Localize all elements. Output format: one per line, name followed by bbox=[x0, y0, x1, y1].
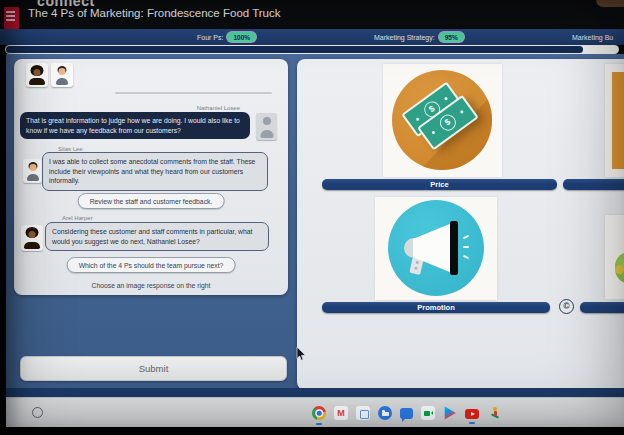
image-credit-icon[interactable] bbox=[559, 299, 574, 314]
progress-badge: 95% bbox=[439, 32, 464, 42]
launcher-button[interactable] bbox=[32, 407, 43, 418]
partial-image bbox=[615, 253, 624, 283]
play-store-icon[interactable] bbox=[443, 406, 457, 420]
misc-app-icon[interactable] bbox=[487, 406, 501, 420]
avatar-face bbox=[29, 231, 36, 238]
avatar-face bbox=[29, 164, 36, 171]
gmail-icon[interactable] bbox=[334, 406, 348, 420]
instruction-text: Choose an image response on the right bbox=[14, 282, 288, 289]
chrome-icon[interactable] bbox=[312, 406, 326, 420]
progress-item-four-ps: Four Ps: 100% bbox=[197, 29, 256, 45]
choice-card-partial-bottom[interactable] bbox=[605, 215, 624, 299]
participant-avatar-silas bbox=[51, 63, 73, 87]
image-choice-panel: Price Promotion bbox=[297, 59, 624, 390]
docs-icon[interactable] bbox=[356, 406, 370, 420]
workspace-bottom-edge bbox=[6, 388, 624, 397]
choice-label-promotion[interactable]: Promotion bbox=[322, 302, 550, 313]
quick-reply-review-feedback[interactable]: Review the staff and customer feedback. bbox=[78, 193, 225, 209]
megaphone-front bbox=[450, 221, 458, 275]
taskbar bbox=[6, 397, 624, 427]
youtube-icon[interactable] bbox=[465, 409, 479, 419]
choice-label-partial-bottom[interactable] bbox=[580, 302, 624, 313]
mcgraw-hill-logo-icon bbox=[4, 7, 19, 29]
chat-app-icon[interactable] bbox=[400, 408, 413, 419]
progress-item-marketing-strategy: Marketing Strategy: 95% bbox=[374, 29, 464, 45]
choice-card-promotion[interactable] bbox=[375, 197, 497, 300]
desk-edge bbox=[596, 0, 624, 7]
chat-panel: Nathaniel Losee That is great informatio… bbox=[14, 59, 288, 295]
progress-header: Four Ps: 100% Marketing Strategy: 95% Ma… bbox=[0, 29, 624, 45]
quick-reply-which-4ps[interactable]: Which of the 4 Ps should the team pursue… bbox=[67, 257, 236, 273]
speaker-name: Nathaniel Losee bbox=[197, 105, 240, 111]
progress-label: Marketing Bu bbox=[572, 34, 613, 41]
screen-bezel bbox=[0, 427, 624, 435]
chat-message: That is great information to judge how w… bbox=[20, 112, 250, 139]
chrome-center bbox=[315, 409, 323, 417]
progress-label: Marketing Strategy: bbox=[374, 34, 435, 41]
misc-app-part bbox=[491, 413, 499, 418]
submit-button[interactable]: Submit bbox=[20, 356, 287, 381]
camera-icon[interactable] bbox=[421, 406, 435, 420]
price-image bbox=[392, 70, 492, 170]
progress-label: Four Ps: bbox=[197, 34, 223, 41]
overall-progress-fill bbox=[6, 46, 583, 53]
megaphone-icon bbox=[404, 221, 470, 275]
speaker-name: Arel Harper bbox=[62, 215, 93, 221]
title-bar: connect The 4 Ps of Marketing: Frondesce… bbox=[0, 0, 624, 29]
activity-title: The 4 Ps of Marketing: Frondescence Food… bbox=[28, 7, 280, 19]
nathaniel-avatar bbox=[256, 113, 277, 140]
chat-message: Considering these customer and staff com… bbox=[45, 222, 269, 251]
chat-divider bbox=[115, 92, 272, 94]
progress-item-marketing-budget: Marketing Bu bbox=[572, 29, 613, 45]
partial-image bbox=[612, 72, 624, 169]
progress-badge: 100% bbox=[227, 32, 256, 42]
sound-lines bbox=[463, 246, 469, 248]
choice-label-price[interactable]: Price bbox=[322, 179, 557, 190]
promotion-image bbox=[388, 200, 484, 296]
choice-card-partial-top[interactable] bbox=[605, 64, 624, 177]
silas-avatar bbox=[23, 159, 42, 183]
pinned-apps bbox=[312, 406, 501, 420]
arel-avatar bbox=[21, 225, 43, 251]
overall-progress-bar bbox=[5, 45, 619, 54]
avatar-face bbox=[34, 69, 41, 76]
choice-card-price[interactable] bbox=[383, 64, 502, 177]
choice-label-partial-top[interactable] bbox=[563, 179, 624, 190]
participant-avatar-arel bbox=[26, 63, 48, 87]
avatar-face bbox=[59, 68, 66, 75]
mouse-cursor bbox=[296, 347, 307, 362]
files-icon[interactable] bbox=[378, 406, 392, 420]
chat-message: I was able to collect some anecdotal com… bbox=[42, 152, 268, 191]
